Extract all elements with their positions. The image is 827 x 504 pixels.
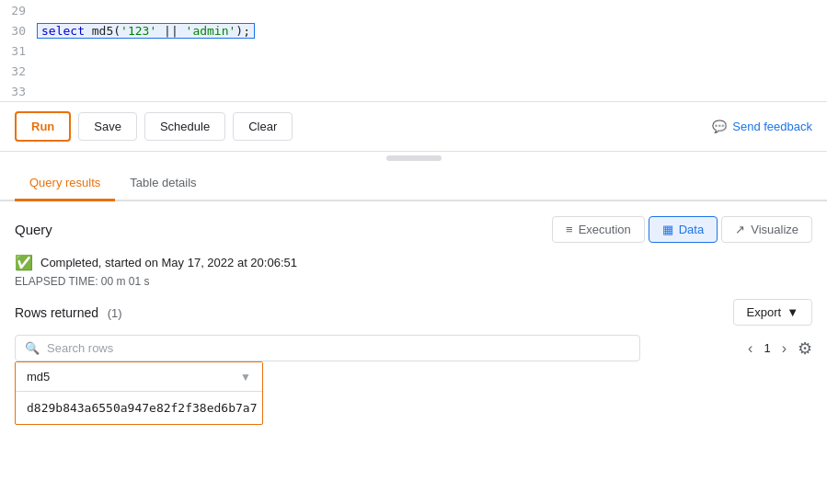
data-table: md5 ▼ d829b843a6550a947e82f2f38ed6b7a7 <box>15 361 263 425</box>
export-chevron-icon: ▼ <box>787 305 798 319</box>
visualize-view-button[interactable]: ↗ Visualize <box>721 216 812 243</box>
run-button[interactable]: Run <box>15 111 71 142</box>
search-input[interactable] <box>47 341 630 355</box>
table-header-row: md5 ▼ <box>16 362 262 392</box>
page-number: 1 <box>764 341 770 355</box>
search-controls-row: 🔍 ‹ 1 › ⚙ <box>15 335 812 361</box>
search-input-wrapper[interactable]: 🔍 <box>15 335 640 361</box>
schedule-button[interactable]: Schedule <box>144 112 225 141</box>
send-feedback-button[interactable]: 💬 Send feedback <box>712 120 812 133</box>
chart-icon: ↗ <box>735 223 745 236</box>
rows-section: Rows returned (1) Export ▼ <box>15 299 812 326</box>
rows-title-group: Rows returned (1) <box>15 305 122 320</box>
string-arg2: 'admin' <box>186 24 236 38</box>
elapsed-time: ELAPSED TIME: 00 m 01 s <box>15 275 812 288</box>
results-container: Query ≡ Execution ▦ Data ↗ Visualize ✅ C… <box>0 201 827 440</box>
function-name: md5( <box>92 24 121 38</box>
code-line-32: 32 <box>0 61 812 81</box>
keyword: select <box>41 24 85 38</box>
query-title: Query <box>15 222 52 237</box>
check-icon: ✅ <box>15 254 33 271</box>
tab-table-details[interactable]: Table details <box>115 165 211 201</box>
code-line-33: 33 <box>0 81 812 101</box>
execution-icon: ≡ <box>566 223 573 236</box>
rows-title: Rows returned <box>15 305 98 320</box>
save-button[interactable]: Save <box>78 112 137 141</box>
sort-icon[interactable]: ▼ <box>240 371 251 384</box>
prev-page-button[interactable]: ‹ <box>744 337 756 361</box>
tab-query-results[interactable]: Query results <box>15 165 115 201</box>
clear-button[interactable]: Clear <box>233 112 293 141</box>
export-button[interactable]: Export ▼ <box>733 299 812 326</box>
pagination-controls: ‹ 1 › ⚙ <box>744 337 812 361</box>
send-feedback-label: Send feedback <box>732 120 812 133</box>
grid-icon: ▦ <box>662 223 673 236</box>
rows-count: (1) <box>108 306 122 320</box>
string-arg1: '123' <box>121 24 156 38</box>
query-header: Query ≡ Execution ▦ Data ↗ Visualize <box>15 216 812 243</box>
table-data-row: d829b843a6550a947e82f2f38ed6b7a7 <box>16 392 262 424</box>
data-view-button[interactable]: ▦ Data <box>649 216 718 243</box>
toolbar: Run Save Schedule Clear 💬 Send feedback <box>0 102 827 152</box>
code-editor[interactable]: 29 30 select md5('123' || 'admin'); 31 3… <box>0 0 827 102</box>
closing: ); <box>235 24 250 38</box>
code-line-29: 29 <box>0 0 812 20</box>
operator: || <box>156 24 185 38</box>
table-cell-value: d829b843a6550a947e82f2f38ed6b7a7 <box>27 401 257 415</box>
code-line-31: 31 <box>0 40 812 61</box>
code-line-30: 30 select md5('123' || 'admin'); <box>0 20 812 40</box>
next-page-button[interactable]: › <box>778 337 790 361</box>
status-text: Completed, started on May 17, 2022 at 20… <box>40 256 297 269</box>
tabs-bar: Query results Table details <box>0 165 827 201</box>
execution-view-button[interactable]: ≡ Execution <box>552 216 645 243</box>
query-status-row: ✅ Completed, started on May 17, 2022 at … <box>15 254 812 271</box>
scroll-indicator <box>386 155 442 161</box>
export-label: Export <box>747 305 782 319</box>
view-buttons: ≡ Execution ▦ Data ↗ Visualize <box>552 216 812 243</box>
search-icon: 🔍 <box>25 341 40 355</box>
chat-icon: 💬 <box>712 120 727 133</box>
column-header: md5 <box>27 370 50 384</box>
settings-icon[interactable]: ⚙ <box>798 338 812 359</box>
